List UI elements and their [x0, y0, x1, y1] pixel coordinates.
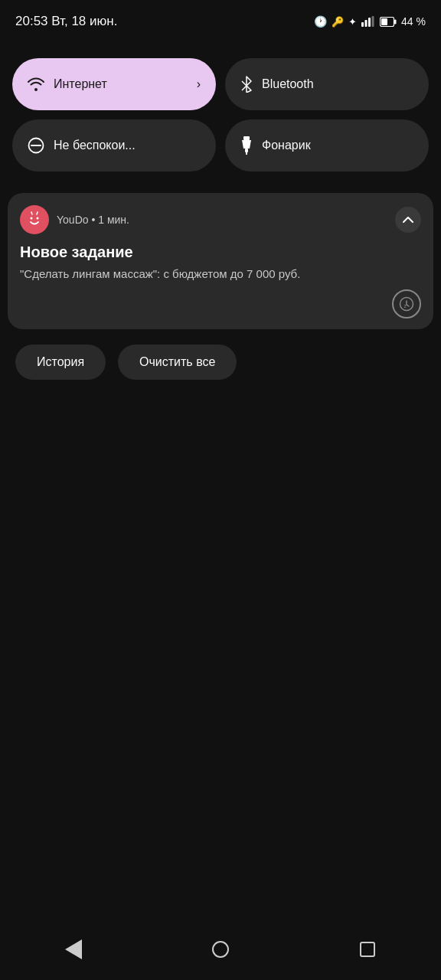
tile-dnd[interactable]: Не беспокои... — [12, 119, 216, 172]
svg-rect-1 — [365, 20, 368, 27]
wifi-icon — [28, 77, 44, 91]
status-icons: 🕐 🔑 ✦ 44 % — [314, 15, 426, 28]
app-name-time: YouDo • 1 мин. — [57, 214, 129, 226]
notification-header: YouDo • 1 мин. — [20, 205, 421, 234]
recents-button[interactable] — [345, 934, 390, 965]
back-icon — [65, 939, 82, 959]
snooze-button[interactable]: z — [392, 289, 421, 318]
battery-icon — [380, 17, 397, 27]
app-name: YouDo — [57, 214, 89, 226]
svg-line-8 — [242, 86, 247, 90]
tile-bluetooth[interactable]: Bluetooth — [225, 58, 429, 110]
key-icon: 🔑 — [332, 16, 344, 28]
svg-point-14 — [24, 209, 45, 230]
tile-dnd-label: Не беспокои... — [54, 139, 201, 152]
chevron-right-icon: › — [197, 77, 201, 91]
app-info: YouDo • 1 мин. — [20, 205, 129, 234]
svg-rect-2 — [368, 18, 371, 27]
notification-title: Новое задание — [20, 243, 421, 261]
bluetooth-icon — [240, 76, 253, 93]
clear-all-button[interactable]: Очистить все — [118, 345, 237, 380]
svg-rect-12 — [245, 149, 248, 152]
home-icon — [212, 941, 229, 958]
signal-icon — [361, 16, 375, 27]
svg-rect-5 — [394, 19, 397, 24]
alarm-icon: 🕐 — [314, 15, 327, 28]
svg-rect-0 — [361, 22, 364, 27]
svg-point-16 — [37, 217, 39, 220]
expand-collapse-button[interactable] — [395, 207, 421, 233]
svg-rect-3 — [372, 16, 374, 27]
home-button[interactable] — [198, 934, 243, 965]
tile-internet-label: Интернет — [54, 77, 188, 91]
svg-point-15 — [31, 217, 33, 220]
navigation-bar — [0, 925, 441, 980]
back-button[interactable] — [51, 934, 96, 965]
history-button[interactable]: История — [15, 345, 106, 380]
quick-tiles: Интернет › Bluetooth Не беспокои... — [0, 40, 441, 184]
svg-rect-6 — [381, 18, 387, 25]
status-bar: 20:53 Вт, 18 июн. 🕐 🔑 ✦ 44 % — [0, 0, 441, 40]
bt-status-icon: ✦ — [348, 16, 357, 28]
battery-pct: 44 % — [401, 15, 426, 28]
tile-flashlight-label: Фонарик — [262, 139, 413, 152]
notification-actions: z — [20, 289, 421, 318]
tile-internet[interactable]: Интернет › — [12, 58, 216, 110]
svg-rect-11 — [243, 136, 250, 140]
status-time: 20:53 Вт, 18 июн. — [15, 14, 117, 29]
svg-text:z: z — [404, 303, 407, 309]
notification-body: "Сделать лингам массаж": с бюджетом до 7… — [20, 266, 421, 282]
svg-line-7 — [242, 81, 247, 86]
tile-bluetooth-label: Bluetooth — [262, 77, 413, 91]
app-time: • 1 мин. — [91, 214, 129, 226]
tile-flashlight[interactable]: Фонарик — [225, 119, 429, 172]
youdo-app-icon — [20, 205, 49, 234]
flashlight-icon — [240, 136, 253, 155]
dnd-icon — [28, 137, 44, 154]
notification-card: YouDo • 1 мин. Новое задание "Сделать ли… — [8, 193, 433, 329]
bottom-buttons: История Очистить все — [0, 329, 441, 380]
recents-icon — [360, 942, 375, 957]
